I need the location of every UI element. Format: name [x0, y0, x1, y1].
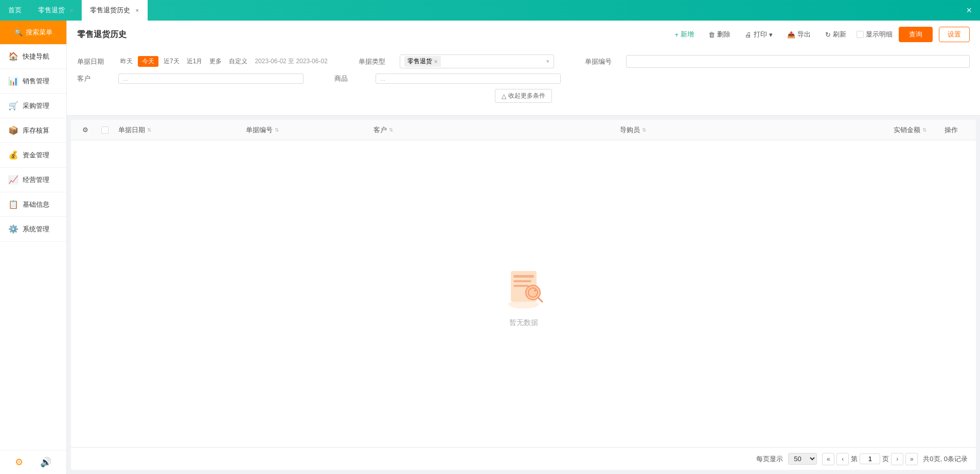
tab-retail-return-history[interactable]: 零售退货历史 × — [82, 0, 147, 21]
page-nav: « ‹ 第 页 › » — [822, 453, 918, 465]
first-page-btn[interactable]: « — [822, 453, 834, 465]
collapse-button[interactable]: △ 收起更多条件 — [495, 89, 552, 103]
doc-type-tag-text: 零售退货 — [407, 57, 432, 66]
sidebar-item-quick-nav-label: 快捷导航 — [23, 52, 49, 61]
page-size-select[interactable]: 50 20 100 200 — [788, 453, 817, 465]
sort-customer-icon: ⇅ — [389, 127, 393, 133]
table-header: ⚙ 单据日期 ⇅ 单据编号 ⇅ 客户 ⇅ 导购员 — [71, 120, 976, 140]
sidebar-search[interactable]: 🔍 搜索菜单 — [0, 21, 66, 44]
doc-type-tag-remove[interactable]: × — [434, 58, 438, 65]
th-operation: 操作 — [931, 125, 972, 135]
tab-retail-return-history-close[interactable]: × — [135, 7, 138, 13]
last-page-btn[interactable]: » — [905, 453, 918, 465]
th-doc-no[interactable]: 单据编号 ⇅ — [242, 125, 369, 135]
date-opt-yesterday[interactable]: 昨天 — [118, 56, 135, 67]
sort-amount-icon: ⇅ — [922, 127, 926, 133]
customer-label: 客户 — [77, 74, 108, 83]
tab-home[interactable]: 首页 — [0, 0, 30, 21]
sidebar-item-basic-info-label: 基础信息 — [23, 200, 49, 209]
customer-placeholder: ... — [123, 75, 128, 82]
th-check[interactable] — [96, 126, 114, 134]
page-header: 零售退货历史 + 新增 🗑 删除 🖨 打印 ▾ — [67, 21, 980, 116]
goods-input[interactable]: ... — [376, 74, 561, 84]
finance-icon: 💰 — [8, 150, 19, 160]
query-button[interactable]: 查询 — [899, 27, 933, 42]
refresh-button[interactable]: ↻ 刷新 — [821, 28, 850, 41]
delete-icon: 🗑 — [708, 31, 715, 39]
doc-type-select[interactable]: 零售退货 × ▾ — [400, 54, 554, 68]
window-close-icon[interactable]: × — [966, 5, 972, 16]
sidebar-item-quick-nav[interactable]: 🏠 快捷导航 — [0, 44, 66, 69]
doc-no-label: 单据编号 — [585, 57, 616, 66]
th-settings[interactable]: ⚙ — [75, 126, 96, 134]
tab-retail-return-close[interactable]: × — [70, 7, 73, 13]
print-button[interactable]: 🖨 打印 ▾ — [741, 28, 777, 41]
svg-rect-4 — [513, 285, 529, 287]
basic-info-icon: 📋 — [8, 199, 19, 209]
sidebar-item-system-mgmt[interactable]: ⚙️ 系统管理 — [0, 217, 66, 242]
collapse-up-icon: △ — [502, 93, 506, 100]
page-number-input[interactable] — [860, 453, 880, 464]
sort-date-icon: ⇅ — [147, 127, 151, 133]
customer-input[interactable]: ... — [118, 74, 304, 84]
sidebar-item-inventory-label: 库存核算 — [23, 126, 49, 135]
doc-type-tag: 零售退货 × — [404, 56, 441, 67]
doc-type-dropdown-arrow: ▾ — [546, 58, 549, 65]
date-range-text: 2023-06-02 至 2023-06-02 — [255, 57, 327, 66]
refresh-icon: ↻ — [825, 31, 831, 39]
sidebar-item-finance-label: 资金管理 — [23, 151, 49, 160]
print-label: 打印 — [754, 30, 767, 39]
tab-retail-return[interactable]: 零售退货 × — [30, 0, 82, 21]
sidebar-item-purchase-mgmt[interactable]: 🛒 采购管理 — [0, 94, 66, 118]
delete-button[interactable]: 🗑 删除 — [704, 28, 735, 41]
system-icon: ⚙️ — [8, 224, 19, 234]
delete-label: 删除 — [717, 30, 730, 39]
sales-icon: 📊 — [8, 76, 19, 86]
sidebar-item-sales-mgmt[interactable]: 📊 销售管理 — [0, 69, 66, 94]
print-icon: 🖨 — [745, 31, 752, 39]
settings-button[interactable]: 设置 — [939, 27, 970, 42]
date-opt-more[interactable]: 更多 — [207, 56, 224, 67]
sidebar-item-finance[interactable]: 💰 资金管理 — [0, 143, 66, 168]
show-detail-label: 显示明细 — [866, 30, 893, 39]
th-amount[interactable]: 实销金额 ⇅ — [803, 125, 931, 135]
svg-line-7 — [538, 298, 542, 302]
page-size-label: 每页显示 — [756, 454, 783, 464]
sidebar-item-operations[interactable]: 📈 经营管理 — [0, 168, 66, 192]
th-date[interactable]: 单据日期 ⇅ — [114, 125, 242, 135]
next-page-btn[interactable]: › — [891, 453, 903, 465]
page-unit-label: 页 — [882, 454, 889, 464]
page-label: 第 — [851, 454, 858, 464]
date-opt-today[interactable]: 今天 — [138, 56, 158, 67]
date-opt-custom[interactable]: 自定义 — [227, 56, 250, 67]
filter-row-2: 客户 ... 商品 ... — [77, 74, 970, 84]
audio-bottom-icon[interactable]: 🔊 — [40, 457, 51, 468]
home-icon: 🏠 — [8, 51, 19, 61]
goods-label: 商品 — [334, 74, 365, 83]
tab-home-label: 首页 — [8, 6, 22, 15]
operations-icon: 📈 — [8, 175, 19, 185]
sort-doc-icon: ⇅ — [275, 127, 279, 133]
main-layout: 🔍 搜索菜单 🏠 快捷导航 📊 销售管理 🛒 采购管理 📦 库存核算 💰 资金管… — [0, 21, 980, 474]
show-detail-checkbox-row[interactable]: 显示明细 — [857, 30, 893, 39]
sidebar-item-inventory[interactable]: 📦 库存核算 — [0, 118, 66, 143]
select-all-checkbox[interactable] — [101, 126, 109, 134]
th-guide[interactable]: 导购员 ⇅ — [616, 125, 803, 135]
settings-bottom-icon[interactable]: ⚙ — [15, 457, 23, 468]
date-opt-last7[interactable]: 近7天 — [162, 56, 182, 67]
export-icon: 📤 — [787, 31, 795, 39]
show-detail-checkbox[interactable] — [857, 31, 864, 38]
doc-no-input[interactable] — [626, 55, 970, 68]
date-opt-last1month[interactable]: 近1月 — [185, 56, 205, 67]
export-button[interactable]: 📤 导出 — [783, 28, 815, 41]
th-date-label: 单据日期 — [118, 125, 145, 135]
tab-retail-return-label: 零售退货 — [38, 6, 65, 15]
column-settings-icon[interactable]: ⚙ — [82, 126, 88, 134]
new-button[interactable]: + 新增 — [670, 28, 698, 41]
th-customer[interactable]: 客户 ⇅ — [369, 125, 616, 135]
filter-row-1: 单据日期 昨天 今天 近7天 近1月 更多 自定义 2023-06-02 至 2… — [77, 54, 970, 68]
empty-illustration — [498, 261, 549, 312]
sidebar-item-basic-info[interactable]: 📋 基础信息 — [0, 192, 66, 217]
prev-page-btn[interactable]: ‹ — [836, 453, 849, 465]
svg-point-8 — [534, 289, 536, 291]
